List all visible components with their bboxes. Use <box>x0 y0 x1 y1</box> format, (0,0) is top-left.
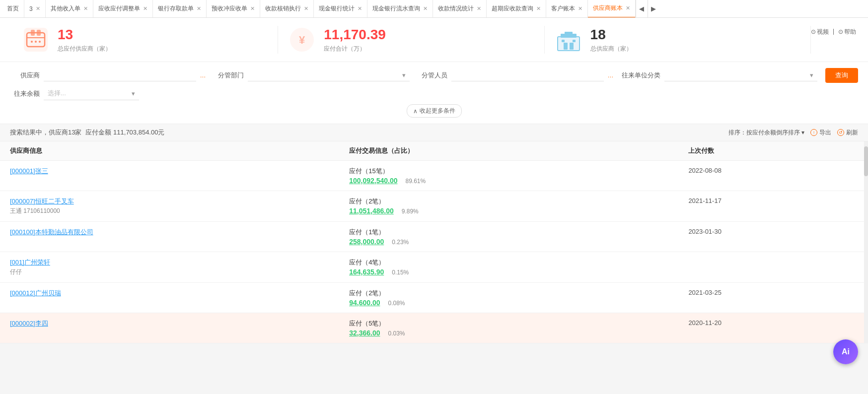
refresh-button[interactable]: ↺ 刷新 <box>837 129 858 137</box>
result-actions: 排序：按应付余额倒序排序 ▾ ↑ 导出 ↺ 刷新 <box>728 129 858 137</box>
svg-rect-15 <box>570 43 574 50</box>
nav-tab-advance-collect[interactable]: 预收冲应收单 ✕ <box>207 0 260 18</box>
close-tab-3[interactable]: ✕ <box>36 5 40 12</box>
stat-total-content: 11,170.39 应付合计（万） <box>324 26 386 54</box>
tx-info-cell: 应付（2笔） 11,051,486.00 9.89% <box>349 197 688 215</box>
help-link[interactable]: ⊙帮助 <box>838 28 856 36</box>
close-overdue-collect[interactable]: ✕ <box>536 5 541 12</box>
tx-info-cell: 应付（2笔） 94,600.00 0.08% <box>349 289 688 307</box>
last-pay-date: 2023-01-30 <box>688 228 722 235</box>
close-customer-account[interactable]: ✕ <box>578 5 582 12</box>
table-row: [000002]李四 应付（5笔） 32,366.00 0.03% 2020-1… <box>0 313 868 343</box>
tx-info-cell: 应付（1笔） 258,000.00 0.23% <box>349 228 688 246</box>
close-collect-stat[interactable]: ✕ <box>477 5 481 12</box>
nav-tab-overdue-collect[interactable]: 超期应收款查询 ✕ <box>487 0 546 18</box>
person-label: 分管人员 <box>418 71 447 80</box>
svg-rect-2 <box>31 30 35 36</box>
balance-select[interactable]: 选择... ▾ <box>44 87 139 100</box>
close-advance-collect[interactable]: ✕ <box>250 5 255 12</box>
department-chevron-icon: ▾ <box>402 71 406 79</box>
supplier-input[interactable] <box>44 69 196 81</box>
nav-tab-cash-bank-stat[interactable]: 现金银行统计 ✕ <box>314 0 367 18</box>
nav-tab-customer-account[interactable]: 客户账本 ✕ <box>546 0 588 18</box>
person-input[interactable] <box>451 69 604 81</box>
supplier-link[interactable]: [000100]本特勤油品有限公司 <box>10 228 349 237</box>
last-pay-date: 2022-08-08 <box>688 167 722 174</box>
top-right-links: ⊙视频 | ⊙帮助 <box>811 26 856 36</box>
unit-type-chevron-icon: ▾ <box>810 71 813 79</box>
filter-supplier: 供应商 … <box>10 69 206 81</box>
supplier-sub-info: 王通 17106110000 <box>10 207 349 215</box>
collapse-button[interactable]: ∧ 收起更多条件 <box>407 104 462 118</box>
tx-amount[interactable]: 258,000.00 <box>349 238 384 246</box>
vertical-scrollbar[interactable] <box>864 141 868 343</box>
filter-row-2: 往来余额 选择... ▾ <box>10 87 858 100</box>
table-row: [000007]恒旺二手叉车 王通 17106110000 应付（2笔） 11,… <box>0 191 868 222</box>
department-select[interactable]: ▾ <box>248 69 410 81</box>
nav-tab-collect-stat[interactable]: 收款情况统计 ✕ <box>433 0 487 18</box>
close-cash-bank-stat[interactable]: ✕ <box>358 5 362 12</box>
supplier-link[interactable]: [000002]李四 <box>10 319 349 328</box>
supplier-info-cell: [000002]李四 <box>10 319 349 328</box>
nav-tab-home[interactable]: 首页 <box>2 0 24 18</box>
close-supplier-account[interactable]: ✕ <box>626 5 630 11</box>
video-link[interactable]: ⊙视频 <box>811 28 829 36</box>
nav-tab-supplier-account[interactable]: 供应商账本 ✕ <box>588 0 636 18</box>
supplier-sub-info: 仔仔 <box>10 268 349 276</box>
last-pay-cell: 2022-08-08 <box>688 167 858 174</box>
nav-tab-bank-deposit[interactable]: 银行存取款单 ✕ <box>153 0 207 18</box>
supplier-link[interactable]: [000007]恒旺二手叉车 <box>10 197 349 206</box>
scrollbar-thumb[interactable] <box>864 146 868 176</box>
filter-row-1: 供应商 … 分管部门 ▾ 分管人员 … 往来单位分类 ▾ 查询 <box>10 68 858 83</box>
supplier-link[interactable]: [000012]广州贝瑞 <box>10 289 349 298</box>
tx-info-cell: 应付（15笔） 100,092,540.00 89.61% <box>349 167 688 185</box>
nav-arrow-right[interactable]: ▶ <box>648 0 659 18</box>
filter-unit-type: 往来单位分类 ▾ <box>622 69 818 81</box>
nav-arrow-left[interactable]: ◀ <box>636 0 648 18</box>
supplier-link[interactable]: [001]广州荣轩 <box>10 258 349 267</box>
tx-amount[interactable]: 100,092,540.00 <box>349 177 397 185</box>
tx-amount-row: 11,051,486.00 9.89% <box>349 206 688 215</box>
refresh-icon: ↺ <box>837 129 844 136</box>
result-text-1: 搜索结果中，供应商13家 <box>10 128 81 137</box>
nav-tab-3[interactable]: 3 ✕ <box>24 0 46 18</box>
supplier-link[interactable]: [000001]张三 <box>10 167 349 176</box>
tx-label: 应付（2笔） <box>349 289 688 298</box>
balance-chevron-icon: ▾ <box>132 90 135 97</box>
tx-amount[interactable]: 32,366.00 <box>349 329 380 337</box>
tx-amount[interactable]: 164,635.90 <box>349 268 384 276</box>
tx-amount[interactable]: 11,051,486.00 <box>349 207 394 215</box>
close-ap-adjust[interactable]: ✕ <box>143 5 147 12</box>
result-bar: 搜索结果中，供应商13家 应付金额 111,703,854.00元 排序：按应付… <box>0 124 868 141</box>
export-button[interactable]: ↑ 导出 <box>810 129 831 137</box>
tx-percent: 9.89% <box>402 208 419 215</box>
close-cash-bank-flow[interactable]: ✕ <box>423 5 428 12</box>
tx-amount-row: 164,635.90 0.15% <box>349 267 688 276</box>
data-table: 供应商信息 应付交易信息（占比） 上次付数 [000001]张三 应付（15笔）… <box>0 141 868 343</box>
person-ellipsis[interactable]: … <box>608 72 614 79</box>
link-separator: | <box>833 28 834 36</box>
tx-percent: 0.03% <box>388 330 405 337</box>
tx-label: 应付（5笔） <box>349 319 688 328</box>
supplier-info-cell: [000100]本特勤油品有限公司 <box>10 228 349 237</box>
sort-button[interactable]: 排序：按应付余额倒序排序 ▾ <box>728 129 804 137</box>
nav-tab-ap-adjust[interactable]: 应收应付调整单 ✕ <box>93 0 153 18</box>
unit-type-select[interactable]: ▾ <box>664 69 818 81</box>
supplier-ellipsis[interactable]: … <box>200 72 206 79</box>
col-header-tx: 应付交易信息（占比） <box>349 146 688 155</box>
svg-point-6 <box>35 41 37 43</box>
tx-amount[interactable]: 94,600.00 <box>349 299 380 307</box>
close-collect-audit[interactable]: ✕ <box>304 5 308 12</box>
close-other-income[interactable]: ✕ <box>83 5 88 12</box>
nav-tab-other-income[interactable]: 其他收入单 ✕ <box>46 0 93 18</box>
filter-person: 分管人员 … <box>418 69 614 81</box>
tx-percent: 89.61% <box>406 178 426 185</box>
export-icon: ↑ <box>810 129 817 136</box>
svg-rect-10 <box>558 37 579 51</box>
nav-tab-collect-audit[interactable]: 收款核销执行 ✕ <box>260 0 314 18</box>
close-bank-deposit[interactable]: ✕ <box>197 5 201 12</box>
last-pay-date: 2020-11-20 <box>688 319 722 327</box>
nav-tab-cash-bank-flow[interactable]: 现金银行流水查询 ✕ <box>367 0 433 18</box>
query-button[interactable]: 查询 <box>825 68 858 83</box>
unit-type-label: 往来单位分类 <box>622 71 660 80</box>
